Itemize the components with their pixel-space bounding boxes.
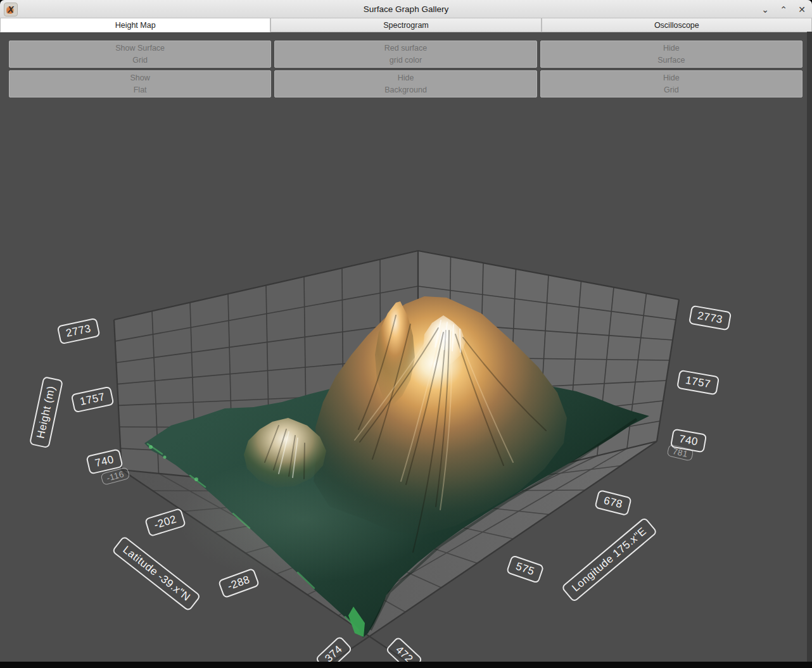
button-label: Grid [664, 84, 679, 96]
app-window: X Surface Graph Gallery ⌄ ⌃ ✕ Height Map… [0, 0, 812, 668]
button-label: grid color [390, 54, 422, 66]
button-label: Show [130, 72, 150, 84]
hide-surface-button[interactable]: Hide Surface [540, 41, 802, 68]
window-right-edge [807, 32, 812, 662]
toolbar: Show Surface Grid Red surface grid color… [9, 41, 802, 98]
hide-grid-button[interactable]: Hide Grid [540, 70, 802, 98]
button-label: Red surface [384, 42, 427, 54]
button-label: Hide [663, 42, 680, 54]
button-label: Surface [657, 54, 685, 66]
button-label: Grid [132, 54, 148, 66]
button-label: Show Surface [115, 42, 165, 54]
show-surface-grid-button[interactable]: Show Surface Grid [9, 41, 271, 68]
screen-bottom-strip [0, 662, 812, 668]
surface-grid-color-button[interactable]: Red surface grid color [274, 41, 536, 68]
surface-plot-canvas [0, 0, 812, 668]
hide-background-button[interactable]: Hide Background [274, 70, 536, 98]
button-label: Background [384, 84, 427, 96]
button-label: Hide [398, 72, 414, 84]
show-flat-button[interactable]: Show Flat [9, 70, 271, 98]
button-label: Hide [663, 72, 680, 84]
button-label: Flat [134, 84, 147, 96]
surface-plot-area[interactable]: Height (m) 2773 1757 -116 740 2773 1757 … [0, 0, 812, 668]
